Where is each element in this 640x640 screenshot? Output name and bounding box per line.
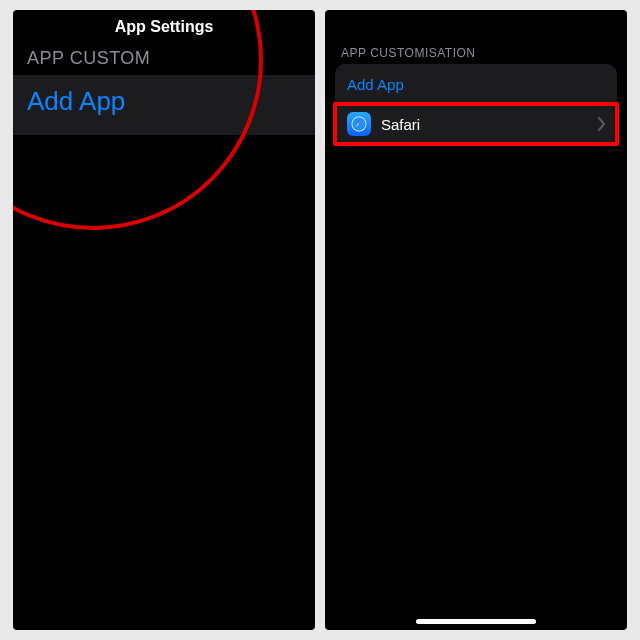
add-app-label: Add App (347, 76, 404, 93)
screenshot-pair: App Settings APP CUSTOM Add App APP CUST… (13, 10, 627, 630)
app-row-safari[interactable]: Safari (335, 104, 617, 144)
add-app-row[interactable]: Add App (335, 64, 617, 104)
home-indicator[interactable] (416, 619, 536, 624)
app-row-label: Safari (381, 116, 420, 133)
add-app-button[interactable]: Add App (27, 86, 125, 117)
page-title: App Settings (13, 18, 315, 36)
phone-right: APP CUSTOMISATION Add App Safari (325, 10, 627, 630)
settings-group: Add App Safari (335, 64, 617, 144)
chevron-right-icon (597, 117, 607, 131)
phone-left: App Settings APP CUSTOM Add App (13, 10, 315, 630)
section-header-app-customisation: APP CUSTOMISATION (341, 46, 476, 60)
section-header-app-customisation: APP CUSTOM (27, 48, 150, 69)
safari-icon (347, 112, 371, 136)
